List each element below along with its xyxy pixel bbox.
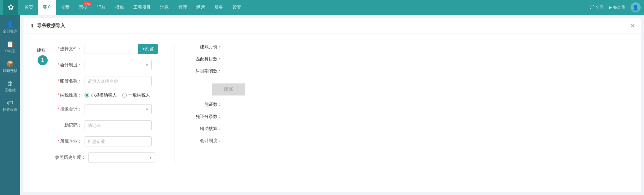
ledger-name-input[interactable] xyxy=(85,76,152,86)
nav-right: ⛶ 全屏 ▶ 畅会员 👤 xyxy=(590,2,641,12)
accountant-select[interactable] xyxy=(85,105,151,114)
build-month-label: 建账月份： xyxy=(192,44,222,50)
all-customers-icon: 👤 xyxy=(6,21,14,28)
page-title: 导爷数据导入 xyxy=(37,23,65,29)
close-button[interactable]: ✕ xyxy=(630,22,635,29)
step-circle: 1 xyxy=(38,55,48,65)
sidebar: 👤 全部客户 📋 0申报 📦 账套迁移 🗑 回收站 🏷 标签设置 xyxy=(0,15,20,195)
sidebar-item-recycle[interactable]: 🗑 回收站 xyxy=(1,77,19,95)
memo-code-label: 助记码： xyxy=(55,122,82,128)
vouchers-label: 凭证数： xyxy=(192,102,222,108)
memo-code-row: 助记码： xyxy=(55,120,158,130)
form-divider xyxy=(175,44,175,162)
tax-type-label: *纳税性质： xyxy=(55,92,82,98)
avatar[interactable]: 👤 xyxy=(631,2,641,12)
historical-year-select[interactable] xyxy=(89,153,155,162)
accounting-system-row: *会计制度： ▼ xyxy=(55,60,158,70)
company-row: *所属企业： xyxy=(55,136,158,146)
nav-item-operation[interactable]: 经营 xyxy=(192,0,210,15)
nav-item-business[interactable]: 工商项目 xyxy=(129,0,155,15)
accountant-label: *指派会计： xyxy=(55,106,82,112)
logo-icon: ✿ xyxy=(8,3,14,12)
tax-type-general-radio[interactable] xyxy=(122,93,127,97)
sidebar-item-all-customers[interactable]: 👤 全部客户 xyxy=(1,18,19,37)
invoice-badge: new xyxy=(83,2,92,6)
initial-subjects-label: 科目期初数： xyxy=(192,68,222,74)
form-right: 建账月份： 匹配科目数： 科目期初数： 建账 凭证 xyxy=(192,44,265,162)
migration-icon: 📦 xyxy=(6,60,14,68)
accounting-system-select-wrap: ▼ xyxy=(85,60,152,70)
voucher-entries-label: 凭证分录数： xyxy=(192,114,222,120)
file-select-label: *选择文件： xyxy=(55,46,82,52)
company-label: *所属企业： xyxy=(55,138,82,144)
tag-settings-icon: 🏷 xyxy=(7,100,13,107)
match-subjects-row: 匹配科目数： xyxy=(192,56,265,62)
sidebar-item-tag-settings[interactable]: 🏷 标签设置 xyxy=(1,97,19,115)
declaration-icon: 📋 xyxy=(6,41,14,48)
form-fields: *选择文件： +浏览 *会计制度： xyxy=(55,44,158,162)
memo-code-input[interactable] xyxy=(85,120,152,130)
tax-type-row: *纳税性质： 小规模纳税人 一般纳税人 xyxy=(55,92,158,98)
ledger-name-row: *账簿名称： xyxy=(55,76,158,86)
tax-type-general[interactable]: 一般纳税人 xyxy=(122,92,150,98)
file-input-wrap: +浏览 xyxy=(85,44,158,54)
match-subjects-label: 匹配科目数： xyxy=(192,56,222,62)
nav-item-account[interactable]: 记账 xyxy=(92,0,110,15)
recycle-icon: 🗑 xyxy=(7,80,13,87)
vouchers-row: 凭证数： xyxy=(192,102,265,108)
nav-items: 首页 客户 收费 票据 new 记账 报税 工商项目 消息 管理 经营 服务 设… xyxy=(20,0,246,15)
vip-btn[interactable]: ▶ 畅会员 xyxy=(609,5,625,10)
aux-accounting-label: 辅助核算： xyxy=(192,126,222,132)
tax-type-small-radio[interactable] xyxy=(85,93,89,97)
page-header: ⬆ 导爷数据导入 xyxy=(23,18,641,34)
header-upload-icon: ⬆ xyxy=(30,23,34,28)
nav-item-message[interactable]: 消息 xyxy=(155,0,174,15)
initial-subjects-row: 科目期初数： xyxy=(192,68,265,74)
nav-item-service[interactable]: 服务 xyxy=(210,0,228,15)
nav-item-invoice[interactable]: 票据 new xyxy=(74,0,92,15)
accountant-select-wrap: ▼ xyxy=(85,104,152,114)
company-input[interactable] xyxy=(85,136,152,146)
nav-item-manage[interactable]: 管理 xyxy=(174,0,192,15)
form-area: 建账 1 *选择文件： +浏览 xyxy=(23,34,641,173)
tax-type-small[interactable]: 小规模纳税人 xyxy=(85,92,117,98)
build-month-row: 建账月份： xyxy=(192,44,265,50)
sidebar-item-declaration[interactable]: 📋 0申报 xyxy=(1,38,19,56)
step-section: 建账 1 *选择文件： +浏览 xyxy=(37,44,158,162)
top-nav: ✿ 首页 客户 收费 票据 new 记账 报税 工商项目 消息 管理 经营 服务… xyxy=(0,0,644,15)
historical-year-row: 参照历史年度： ▼ xyxy=(55,152,158,162)
file-select-row: *选择文件： +浏览 xyxy=(55,44,158,54)
logo-area: ✿ xyxy=(3,0,18,15)
ledger-name-label: *账簿名称： xyxy=(55,78,82,84)
fullscreen-btn[interactable]: ⛶ 全屏 xyxy=(590,5,603,10)
sidebar-item-migration[interactable]: 📦 账套迁移 xyxy=(1,58,19,76)
accounting-system-select[interactable] xyxy=(85,60,151,70)
page-container: ⬆ 导爷数据导入 ✕ 建账 1 xyxy=(23,18,641,192)
nav-item-home[interactable]: 首页 xyxy=(20,0,38,15)
avatar-icon: 👤 xyxy=(632,4,639,11)
main-content: ⬆ 导爷数据导入 ✕ 建账 1 xyxy=(20,15,644,195)
nav-item-settings[interactable]: 设置 xyxy=(228,0,246,15)
accounting-system-label: *会计制度： xyxy=(55,62,82,68)
accountant-row: *指派会计： ▼ xyxy=(55,104,158,114)
nav-item-tax[interactable]: 报税 xyxy=(110,0,129,15)
layout: 👤 全部客户 📋 0申报 📦 账套迁移 🗑 回收站 🏷 标签设置 ⬆ 导爷数据导… xyxy=(0,15,644,195)
right-accounting-system-row: 会计制度： xyxy=(192,138,265,144)
historical-year-select-wrap: ▼ xyxy=(88,152,155,162)
build-account-button[interactable]: 建账 xyxy=(212,83,245,95)
nav-item-billing[interactable]: 收费 xyxy=(56,0,74,15)
vip-icon: ▶ xyxy=(609,5,612,10)
tax-type-radio-group: 小规模纳税人 一般纳税人 xyxy=(85,92,150,98)
step-text: 建账 xyxy=(37,47,46,53)
step-label: 建账 1 xyxy=(37,44,48,65)
voucher-entries-row: 凭证分录数： xyxy=(192,114,265,120)
file-text-input[interactable] xyxy=(85,44,138,54)
right-accounting-system-label: 会计制度： xyxy=(192,138,222,144)
nav-item-customer[interactable]: 客户 xyxy=(38,0,56,15)
build-btn-area: 建账 xyxy=(192,83,265,95)
historical-year-label: 参照历史年度： xyxy=(55,154,86,160)
aux-accounting-row: 辅助核算： xyxy=(192,126,265,132)
browse-button[interactable]: +浏览 xyxy=(138,44,158,54)
fullscreen-icon: ⛶ xyxy=(590,5,594,10)
